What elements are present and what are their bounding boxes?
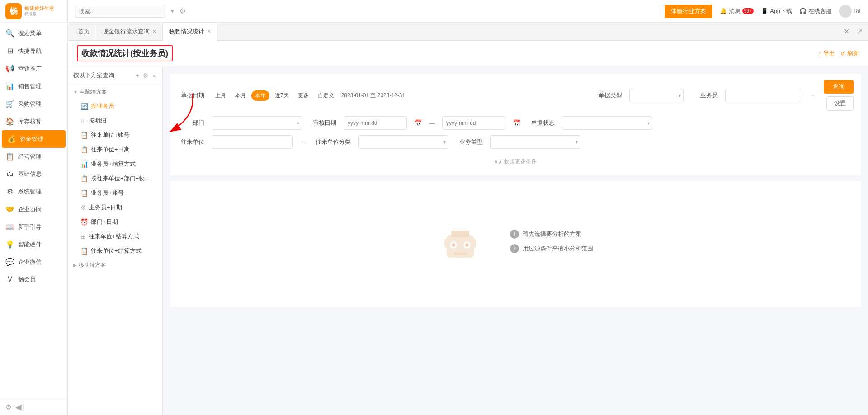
query-button[interactable]: 查询 (824, 80, 854, 94)
sidebar-item-quicknav[interactable]: ⊞ 快捷导航 (0, 42, 67, 60)
date-tab-this-month[interactable]: 本月 (231, 90, 250, 101)
partner-category-select[interactable] (358, 135, 448, 149)
trial-button[interactable]: 体验行业方案 (665, 5, 712, 18)
salesperson-input[interactable] (725, 89, 801, 102)
tree-desktop-group[interactable]: ▼ 电脑端方案 (68, 85, 162, 99)
tab-close-all-btn[interactable]: ✕ (842, 25, 851, 38)
tree-item-partner-account[interactable]: 📋 往来单位+账号 (75, 128, 162, 142)
desktop-group-label: 电脑端方案 (80, 88, 107, 96)
empty-state-area: 1 请先选择要分析的方案 2 用过滤条件来缩小分析范围 (170, 181, 861, 307)
page-content: 收款情况统计(按业务员) ↑ 导出 ↺ 刷新 按以下方案查询 + (68, 41, 868, 415)
partner-category-wrap (358, 135, 448, 149)
tree-item-by-salesperson[interactable]: 🔄 按业务员 (75, 99, 162, 113)
collapse-sidebar-icon[interactable]: ◀|| (15, 403, 24, 411)
sidebar-item-member[interactable]: V 畅会员 (0, 271, 67, 288)
settings-button[interactable]: 设置 (826, 96, 854, 111)
tree-item-partner-dept[interactable]: 📋 按往来单位+部门+收... (75, 171, 162, 186)
basic-icon: 🗂 (5, 170, 14, 178)
tree-item-partner-date[interactable]: 📋 往来单位+日期 (75, 142, 162, 157)
sidebar-item-marketing-label: 营销推广 (18, 65, 42, 73)
salesperson-more-btn[interactable]: ··· (808, 92, 816, 99)
tree-item-sp-date[interactable]: ⚙ 业务员+日期 (75, 200, 162, 215)
date-tab-more[interactable]: 更多 (294, 90, 312, 101)
app-download-btn[interactable]: 📱 App下载 (761, 7, 792, 15)
left-panel-title: 按以下方案查询 (73, 71, 114, 80)
tab-bank-close-icon[interactable]: ✕ (152, 29, 156, 34)
sidebar-item-member-label: 畅会员 (18, 275, 36, 283)
collapse-panel-btn[interactable]: « (151, 71, 157, 80)
collapse-filters-label: 收起更多条件 (504, 158, 537, 165)
tree-label-partner-account: 往来单位+账号 (91, 131, 130, 139)
dept-select-wrap (212, 116, 302, 130)
notification-label: 消息 (729, 7, 741, 15)
refresh-icon: ↺ (840, 50, 845, 57)
tab-bank-label: 现金银行流水查询 (103, 28, 150, 36)
sidebar-item-basic[interactable]: 🗂 基础信息 (0, 165, 67, 183)
date-range-display: 2023-01-01 至 2023-12-31 (341, 92, 405, 99)
date-tab-custom[interactable]: 自定义 (314, 90, 338, 101)
sidebar-item-system[interactable]: ⚙ 系统管理 (0, 183, 67, 200)
partner-input[interactable] (212, 135, 293, 149)
audit-date-start[interactable] (344, 116, 407, 130)
sidebar-item-operations[interactable]: 📋 经营管理 (0, 148, 67, 165)
tree-label-detail: 按明细 (89, 117, 106, 125)
sidebar-item-sales[interactable]: 📊 销售管理 (0, 77, 67, 95)
sidebar-item-marketing[interactable]: 📢 营销推广 (0, 60, 67, 77)
refresh-btn[interactable]: ↺ 刷新 (840, 49, 859, 57)
logo-icon: 畅 (5, 3, 22, 19)
tree-item-dept-date[interactable]: ⏰ 部门+日期 (75, 215, 162, 229)
finance-icon: 💰 (7, 135, 16, 143)
sidebar-item-finance[interactable]: 💰 资金管理 (2, 130, 66, 148)
collapse-chevron-icon: ∧∧ (494, 159, 502, 165)
tree-icon-partner-account: 📋 (80, 132, 88, 139)
notification-btn[interactable]: 🔔 消息 99+ (720, 7, 754, 15)
dept-select[interactable] (212, 116, 302, 130)
doc-type-select-wrap (629, 89, 684, 102)
sales-icon: 📊 (5, 82, 14, 90)
tree-item-salesperson-settlement[interactable]: 📊 业务员+结算方式 (75, 157, 162, 171)
tab-collection[interactable]: 收款情况统计 ✕ (163, 23, 217, 41)
partner-more-btn[interactable]: ··· (300, 139, 308, 145)
sidebar-item-guide-label: 新手引导 (18, 223, 42, 231)
date-tab-this-year[interactable]: 本年 (251, 90, 269, 101)
tree-item-partner-settlement2[interactable]: 📋 往来单位+结算方式 (75, 244, 162, 258)
sidebar-item-quicknav-label: 快捷导航 (18, 47, 42, 55)
topbar-settings-icon[interactable]: ⚙ (179, 7, 186, 15)
tree-item-by-detail[interactable]: ⊞ 按明细 (75, 113, 162, 128)
tree-item-sp-account[interactable]: 📋 业务员+账号 (75, 186, 162, 200)
settings-bottom-icon[interactable]: ⚙ (5, 403, 12, 411)
sidebar-item-collab[interactable]: 🤝 企业协同 (0, 200, 67, 218)
doc-status-select[interactable] (562, 116, 652, 130)
sidebar-item-purchase[interactable]: 🛒 采购管理 (0, 95, 67, 113)
tree-mobile-group[interactable]: ▶ 移动端方案 (68, 258, 162, 272)
tab-home[interactable]: 首页 (71, 23, 96, 41)
tree-icon-ps1: ⊞ (80, 233, 86, 240)
tab-expand-btn[interactable]: ⤢ (855, 25, 864, 38)
sidebar-item-inventory[interactable]: 🏠 库存核算 (0, 113, 67, 130)
business-type-label: 业务类型 (456, 138, 483, 146)
user-info[interactable]: Rit (839, 5, 861, 18)
topbar-dropdown-icon[interactable]: ▾ (171, 8, 174, 14)
collapse-filters-btn[interactable]: ∧∧ 收起更多条件 (177, 154, 854, 169)
date-tab-last-month[interactable]: 上月 (212, 90, 230, 101)
export-btn[interactable]: ↑ 导出 (819, 49, 835, 57)
customer-service-btn[interactable]: 🎧 在线客服 (799, 7, 832, 15)
date-tab-7days[interactable]: 近7天 (271, 90, 292, 101)
sidebar-item-guide[interactable]: 📖 新手引导 (0, 218, 67, 236)
audit-date-start-calendar-icon[interactable]: 📅 (414, 119, 422, 127)
inventory-icon: 🏠 (5, 117, 14, 126)
sidebar-item-search[interactable]: 🔍 搜索菜单 (0, 24, 67, 42)
sidebar-item-wechat[interactable]: 💬 企业微信 (0, 253, 67, 271)
doc-status-select-wrap (562, 116, 652, 130)
topbar-search-input[interactable] (75, 5, 165, 18)
scheme-settings-btn[interactable]: ⚙ (142, 71, 150, 80)
tree-item-partner-settlement1[interactable]: ⊞ 往来单位+结算方式 (75, 229, 162, 244)
sidebar-item-hardware[interactable]: 💡 智能硬件 (0, 236, 67, 253)
audit-date-end-calendar-icon[interactable]: 📅 (513, 119, 520, 127)
doc-type-select[interactable] (629, 89, 684, 102)
add-scheme-btn[interactable]: + (135, 71, 140, 80)
business-type-select[interactable] (490, 135, 580, 149)
audit-date-end[interactable] (442, 116, 505, 130)
tab-bank[interactable]: 现金银行流水查询 ✕ (96, 23, 163, 41)
tab-collection-close-icon[interactable]: ✕ (207, 29, 211, 34)
